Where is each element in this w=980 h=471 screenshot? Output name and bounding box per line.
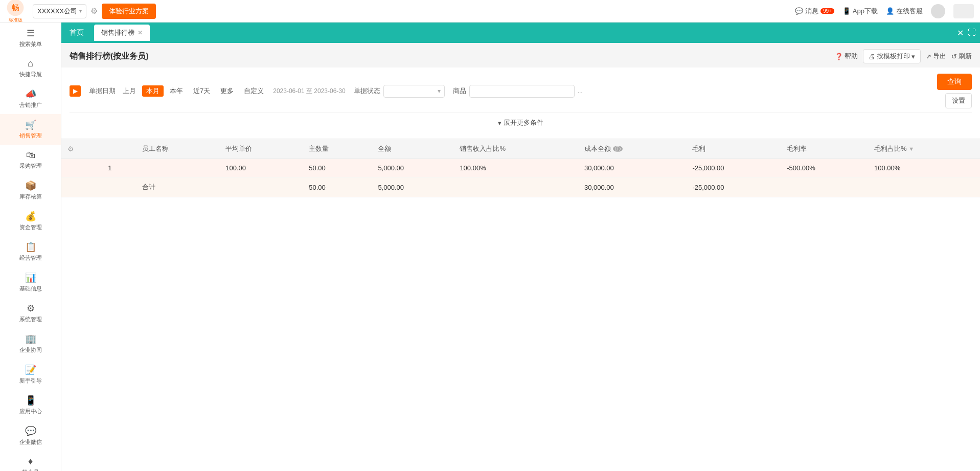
date-tab-custom[interactable]: 自定义 xyxy=(240,85,268,97)
app-download-button[interactable]: 📱 App下载 xyxy=(842,7,878,16)
maximize-button[interactable]: ⛶ xyxy=(968,28,976,37)
trial-button[interactable]: 体验行业方案 xyxy=(102,4,156,19)
sidebar-item-system[interactable]: ⚙ 系统管理 xyxy=(0,298,61,328)
sidebar-item-inventory[interactable]: 📦 库存核算 xyxy=(0,175,61,206)
sidebar-item-enterprise[interactable]: 🏢 企业协同 xyxy=(0,328,61,359)
date-tab-this-month[interactable]: 本月 xyxy=(142,85,164,97)
col-profit-rate: 毛利率 xyxy=(781,139,868,159)
app-center-icon: 📱 xyxy=(25,395,36,406)
col-cost: 成本全额 ⓘ xyxy=(578,139,687,159)
footer-profit-ratio xyxy=(868,177,980,197)
query-button[interactable]: 查询 xyxy=(937,74,972,90)
system-label: 系统管理 xyxy=(19,316,42,323)
expand-filter-button[interactable]: ▾ 展开更多条件 xyxy=(494,116,548,129)
marketing-label: 营销推广 xyxy=(19,101,42,109)
row-sales-ratio: 100.00% xyxy=(453,159,578,177)
guide-label: 新手引导 xyxy=(19,377,42,385)
sidebar-item-search-order[interactable]: ☰ 搜索菜单 xyxy=(0,23,61,53)
date-tab-more[interactable]: 更多 xyxy=(216,85,238,97)
status-select[interactable] xyxy=(383,85,445,98)
marketing-icon: 📣 xyxy=(25,88,36,100)
export-button[interactable]: ↗ 导出 xyxy=(926,52,946,61)
date-filter-label: 单据日期 xyxy=(89,86,116,96)
row-profit-rate: -500.00% xyxy=(781,159,868,177)
export-icon: ↗ xyxy=(926,53,931,60)
col-settings: ⚙ xyxy=(61,139,102,159)
purchase-label: 采购管理 xyxy=(19,162,42,170)
download-icon: 📱 xyxy=(842,7,851,15)
sidebar-item-finance[interactable]: 💰 资金管理 xyxy=(0,206,61,236)
date-tab-last-month[interactable]: 上月 xyxy=(119,85,140,97)
inventory-label: 库存核算 xyxy=(19,193,42,200)
footer-qty: 50.00 xyxy=(303,177,372,197)
close-tab-button[interactable]: ✕ xyxy=(957,28,964,38)
sidebar-item-purchase[interactable]: 🛍 采购管理 xyxy=(0,145,61,175)
tab-sales-ranking[interactable]: 销售排行榜 ✕ xyxy=(94,25,150,41)
help-button[interactable]: ❓ 帮助 xyxy=(835,52,858,61)
sidebar-item-quick-nav[interactable]: ⌂ 快捷导航 xyxy=(0,53,61,83)
goods-input[interactable] xyxy=(469,85,575,98)
avatar[interactable] xyxy=(931,4,945,18)
table-header-row: ⚙ 员工名称 平均单价 主数量 全额 销售收入占比% 成本全额 ⓘ 毛利 xyxy=(61,139,980,159)
footer-avg-price xyxy=(219,177,303,197)
row-employee-name xyxy=(136,159,219,177)
message-button[interactable]: 💬 消息 99+ xyxy=(795,7,834,16)
logo: 畅 标准版 xyxy=(6,0,25,24)
close-tab-icon[interactable]: ✕ xyxy=(138,29,143,36)
profit-ratio-info-icon: ▼ xyxy=(908,146,914,152)
column-settings-icon[interactable]: ⚙ xyxy=(67,145,74,153)
operations-label: 经营管理 xyxy=(19,254,42,262)
footer-cost: 30,000.00 xyxy=(578,177,687,197)
tab-home[interactable]: 首页 xyxy=(61,23,92,43)
message-icon: 💬 xyxy=(795,7,803,15)
goods-more-icon[interactable]: ... xyxy=(578,87,583,95)
basic-info-icon: 📊 xyxy=(25,272,36,283)
row-profit: -25,000.00 xyxy=(686,159,781,177)
purchase-icon: 🛍 xyxy=(26,150,35,161)
table-row: 1 100.00 50.00 5,000.00 100.00% 30,000.0… xyxy=(61,159,980,177)
sidebar-item-app-center[interactable]: 📱 应用中心 xyxy=(0,390,61,420)
date-range-display: 2023-06-01 至 2023-06-30 xyxy=(273,87,345,96)
refresh-button[interactable]: ↺ 刷新 xyxy=(951,52,972,61)
row-cost: 30,000.00 xyxy=(578,159,687,177)
sidebar-item-member[interactable]: ♦ 畅会员 xyxy=(0,451,61,471)
user-name xyxy=(953,4,974,18)
status-filter-label: 单据状态 xyxy=(354,86,380,96)
sidebar-item-marketing[interactable]: 📣 营销推广 xyxy=(0,83,61,114)
sidebar-item-guide[interactable]: 📝 新手引导 xyxy=(0,359,61,390)
sidebar-item-wechat[interactable]: 💬 企业微信 xyxy=(0,420,61,451)
tab-sales-ranking-label: 销售排行榜 xyxy=(101,28,134,37)
data-table-wrap: ⚙ 员工名称 平均单价 主数量 全额 销售收入占比% 成本全额 ⓘ 毛利 xyxy=(61,139,980,471)
page-header: 销售排行榜(按业务员) ❓ 帮助 🖨 按模板打印 ▾ xyxy=(61,43,980,68)
date-tab-this-year[interactable]: 本年 xyxy=(166,85,187,97)
svg-text:畅: 畅 xyxy=(12,4,19,12)
app-download-label: App下载 xyxy=(853,7,878,16)
company-selector[interactable]: XXXXXX公司 ▾ xyxy=(33,4,86,18)
sales-icon: 🛒 xyxy=(25,119,36,130)
member-label: 畅会员 xyxy=(22,468,39,471)
goods-filter: 商品 ... xyxy=(453,85,583,98)
col-profit-ratio: 毛利占比% ▼ xyxy=(868,139,980,159)
settings-button[interactable]: 设置 xyxy=(945,93,972,108)
date-filter: 单据日期 上月本月本年近7天更多自定义 2023-06-01 至 2023-06… xyxy=(89,85,346,97)
wechat-icon: 💬 xyxy=(25,425,36,437)
online-service-button[interactable]: 👤 在线客服 xyxy=(886,7,923,16)
company-settings-button[interactable]: ⚙ xyxy=(90,6,98,16)
print-button[interactable]: 🖨 按模板打印 ▾ xyxy=(863,49,921,63)
sidebar-item-sales[interactable]: 🛒 销售管理 xyxy=(0,114,61,145)
sidebar-item-basic-info[interactable]: 📊 基础信息 xyxy=(0,267,61,298)
sidebar-item-operations[interactable]: 📋 经营管理 xyxy=(0,236,61,267)
col-employee-name: 员工名称 xyxy=(136,139,219,159)
system-icon: ⚙ xyxy=(27,303,35,314)
col-sales-ratio: 销售收入占比% xyxy=(453,139,578,159)
footer-settings xyxy=(61,177,102,197)
member-icon: ♦ xyxy=(28,456,33,467)
col-qty: 主数量 xyxy=(303,139,372,159)
col-amount: 全额 xyxy=(372,139,453,159)
footer-amount: 5,000.00 xyxy=(372,177,453,197)
filter-collapse-button[interactable]: ▶ xyxy=(70,85,81,97)
col-avg-price: 平均单价 xyxy=(219,139,303,159)
status-filter: 单据状态 xyxy=(354,85,445,98)
app-center-label: 应用中心 xyxy=(19,408,42,415)
date-tab-last-7-days[interactable]: 近7天 xyxy=(189,85,214,97)
